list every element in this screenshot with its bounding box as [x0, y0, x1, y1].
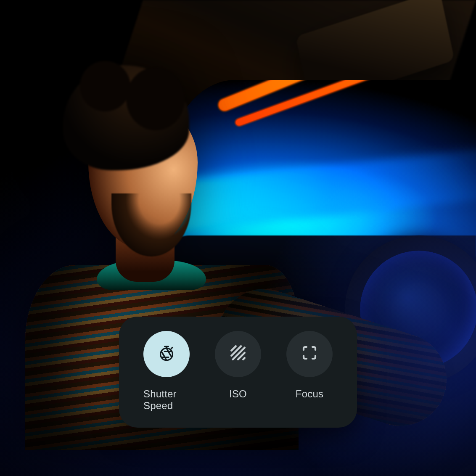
- focus-label: Focus: [296, 388, 323, 400]
- focus-button[interactable]: Focus: [286, 331, 333, 400]
- svg-point-0: [161, 348, 173, 360]
- pro-controls-panel: Shutter Speed ISO: [119, 317, 357, 428]
- iso-button[interactable]: ISO: [215, 331, 261, 400]
- iso-icon: [229, 344, 247, 364]
- iso-label: ISO: [229, 388, 247, 400]
- shutter-speed-label: Shutter Speed: [143, 388, 190, 412]
- focus-icon: [301, 344, 318, 364]
- shutter-speed-button[interactable]: Shutter Speed: [143, 331, 190, 412]
- shutter-speed-icon: [158, 344, 175, 364]
